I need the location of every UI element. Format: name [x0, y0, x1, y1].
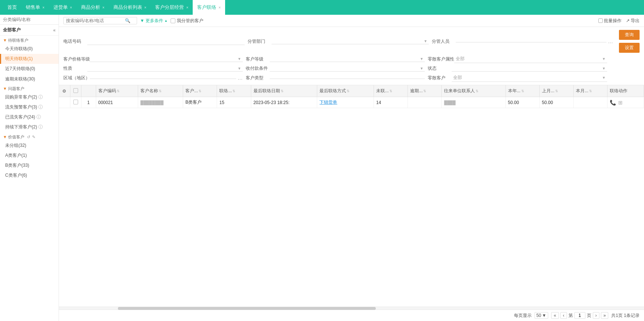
sidebar-item-declining[interactable]: 持续下滑客户(2) ⓘ — [0, 122, 59, 132]
th-uncontacted[interactable]: 未联...⇅ — [374, 85, 408, 97]
th-last-date[interactable]: 最后联络日期⇅ — [251, 85, 317, 97]
filter-phone-input[interactable] — [87, 38, 245, 45]
filter-region: 区域（地区） … — [63, 75, 243, 81]
nav-customer-contact-close[interactable]: × — [218, 6, 221, 10]
nav-customer-contact[interactable]: 客户联络 × — [193, 0, 225, 15]
filter-customer-level-select[interactable]: ▼ — [270, 56, 425, 62]
query-btn[interactable]: 查询 — [619, 30, 640, 40]
sidebar-item-churn-warning[interactable]: 流失预警客户(3) ⓘ — [0, 102, 59, 112]
nav-product-list[interactable]: 商品分析列表 × — [109, 0, 151, 15]
nav-product-list-close[interactable]: × — [144, 6, 147, 10]
nav-purchase[interactable]: 进货单 × — [49, 0, 77, 15]
sidebar-item-class-a[interactable]: A类客户(1) — [0, 151, 59, 160]
more-filter-btn[interactable]: ▼ 更多条件 ▲ — [140, 18, 168, 24]
th-contacts[interactable]: 往来单位联系人⇅ — [442, 85, 505, 97]
horizontal-scrollbar[interactable] — [59, 307, 644, 310]
th-type[interactable]: 客户...⇅ — [183, 85, 217, 97]
sidebar-search-wrap: 🔍 — [0, 15, 59, 25]
nav-customer-tier[interactable]: 客户分层经营 × — [151, 0, 193, 15]
sidebar-item-churned[interactable]: 已流失客户(24) ⓘ — [0, 112, 59, 122]
row-check[interactable] — [70, 97, 81, 108]
sidebar-item-class-c[interactable]: C类客户(6) — [0, 170, 59, 180]
filter-nature: 性质 ▼ — [63, 65, 243, 72]
th-this-year[interactable]: 本年...⇅ — [505, 85, 539, 97]
my-customers-check[interactable]: 我分管的客户 — [171, 18, 203, 24]
nav-sales-close[interactable]: × — [42, 6, 45, 10]
filter-retail: 零散客户 全部 ▼ — [428, 74, 607, 82]
set-btn[interactable]: 设置 — [619, 43, 640, 53]
row-idx: 1 — [81, 97, 96, 108]
search-wrap: 🔍 — [63, 17, 137, 24]
action-phone-icon[interactable]: 📞 — [610, 100, 616, 106]
row-checkbox[interactable] — [73, 100, 78, 104]
btn-col: 查询 设置 — [616, 30, 640, 53]
adv-filter-row3: 性质 ▼ 收付款条件 ▼ 状态 — [63, 65, 640, 72]
adv-filter-row1: 电话号码 分管部门 ▼ 分管人员 … — [63, 30, 640, 53]
filter-dept-select[interactable]: ▼ — [272, 38, 429, 44]
th-last-method[interactable]: 最后联络方式⇅ — [317, 85, 374, 97]
filter-retail-attr-select[interactable]: 全部 ▼ — [454, 55, 607, 63]
filter-retail-select[interactable]: 全部 ▼ — [452, 74, 607, 82]
page-last-btn[interactable]: » — [601, 312, 609, 319]
th-contact[interactable]: 联络...⇅ — [217, 85, 251, 97]
checkbox-icon — [598, 18, 603, 23]
filter-icon: ▼ — [140, 18, 144, 23]
filter-price-select[interactable]: ▼ — [90, 56, 243, 62]
page-size-arrow: ▼ — [542, 313, 546, 318]
row-code: 000021 — [96, 97, 138, 108]
nav-purchase-close[interactable]: × — [70, 6, 72, 10]
nav-product-analysis[interactable]: 商品分析 × — [77, 0, 109, 15]
all-customers-title[interactable]: 全部客户 « — [0, 25, 59, 36]
th-last-month[interactable]: 上月...⇅ — [539, 85, 573, 97]
th-setting[interactable]: ⚙ — [59, 85, 70, 97]
sidebar-item-repurchase-anomaly[interactable]: 回购异常客户(2) ⓘ — [0, 92, 59, 102]
scrollbar-thumb[interactable] — [118, 307, 376, 310]
sidebar-item-ungrouped[interactable]: 未分组(32) — [0, 141, 59, 151]
th-overdue[interactable]: 逾期...⇅ — [408, 85, 442, 97]
th-name[interactable]: 客户名称⇅ — [138, 85, 183, 97]
filter-region-dots[interactable]: … — [238, 75, 243, 81]
filter-payment-select[interactable]: ▼ — [270, 66, 425, 72]
sidebar-item-today[interactable]: 今天待联络(0) — [0, 44, 59, 54]
nav-home[interactable]: 首页 — [3, 0, 21, 15]
pagination-bar: 每页显示 50 ▼ « ‹ 第 页 › » 共1页 1条记录 — [59, 310, 644, 321]
filter-nature-select[interactable]: ▼ — [87, 66, 243, 72]
sidebar: 🔍 全部客户 « ▼ 待联络客户 今天待联络(0) 明天待联络(1) 近7天待联… — [0, 15, 59, 321]
sidebar-item-class-b[interactable]: B类客户(33) — [0, 160, 59, 170]
sidebar-item-7days[interactable]: 近7天待联络(0) — [0, 64, 59, 74]
sidebar-item-overdue[interactable]: 逾期未联络(30) — [0, 74, 59, 84]
collapse-icon[interactable]: « — [53, 28, 56, 33]
adv-filter-row2: 客户价格等级 ▼ 客户等级 ▼ 零散客户属性 全部 — [63, 55, 640, 63]
my-customers-checkbox[interactable] — [171, 18, 175, 23]
row-overdue — [408, 97, 442, 108]
page-prev-btn[interactable]: ‹ — [560, 312, 567, 319]
action-grid-icon[interactable]: ⊞ — [618, 100, 623, 106]
th-code[interactable]: 客户编码⇅ — [96, 85, 138, 97]
export-btn[interactable]: ↗ 导出 — [626, 18, 640, 24]
page-first-btn[interactable]: « — [551, 312, 559, 319]
row-last-month: 50.00 — [539, 97, 573, 108]
filter-manager-select[interactable] — [456, 41, 606, 42]
nav-product-analysis-close[interactable]: × — [102, 6, 105, 10]
filter-retail-attr: 零散客户属性 全部 ▼ — [428, 55, 607, 63]
filter-customer-type-select[interactable] — [270, 77, 425, 79]
th-check[interactable] — [70, 85, 81, 97]
row-action: 📞 ⊞ — [608, 97, 644, 108]
nav-sales[interactable]: 销售单 × — [21, 0, 49, 15]
page-size-select[interactable]: 50 ▼ — [535, 312, 548, 319]
row-this-month — [574, 97, 608, 108]
header-checkbox[interactable] — [73, 88, 78, 93]
sidebar-search-input[interactable] — [3, 17, 58, 22]
th-this-month[interactable]: 本月...⇅ — [574, 85, 608, 97]
filter-region-select[interactable] — [90, 77, 236, 79]
page-number-input[interactable] — [574, 312, 585, 319]
page-next-btn[interactable]: › — [593, 312, 599, 319]
search-btn-icon[interactable]: 🔍 — [125, 18, 130, 23]
filter-status-select[interactable]: ▼ — [452, 66, 607, 72]
sidebar-item-tomorrow[interactable]: 明天待联络(1) — [0, 54, 59, 64]
filter-manager-dots[interactable]: … — [608, 38, 613, 44]
row-last-method[interactable]: 下销货单 — [317, 97, 374, 108]
batch-op-btn[interactable]: 批量操作 — [598, 18, 622, 24]
nav-customer-tier-close[interactable]: × — [186, 6, 188, 10]
search-input[interactable] — [66, 18, 125, 23]
